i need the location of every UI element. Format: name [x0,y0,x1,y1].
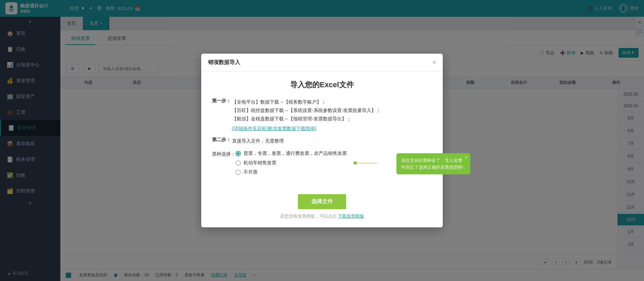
modal-import-title: 导入您的Excel文件 [212,80,432,90]
step1-line1: 【全电平台】数据下载→【税务数字账户】； [232,98,381,106]
ticket-label: 票种选择： [212,151,235,157]
step2-content: 直接导入文件，无需整理 [232,137,284,145]
ticket-label-no-invoice: 不开票 [244,169,258,175]
template-row: 若您没有发票模版，可以点击 下载发票模版 [280,213,364,219]
step2-label: 第二步： [212,137,232,143]
ticket-label-normal: 普票，专票，卷票，通行费发票，农产品销售发票 [244,151,347,157]
ticket-option-no-invoice[interactable]: 不开票 [235,169,347,175]
ticket-option-motor-row: 机动车销售发票 × 现在支持的票种多了，导入发票时别忘了选择正确的发票类型呀! [235,160,347,166]
tooltip-dot [354,161,357,165]
ticket-select-row: 票种选择： 普票，专票，卷票，通行费发票，农产品销售发票 机动车销售发票 [212,151,432,175]
radio-no-invoice[interactable] [235,170,241,175]
step1-label: 第一步： [212,98,232,104]
modal-footer: 选择文件 若您没有发票模版，可以点击 下载发票模版 [201,189,443,227]
step1-line2: 【百旺】税控盘数据下载→【系统设置-系统参数设置-发票批量导入】； [232,106,381,115]
tooltip-close-btn[interactable]: × [465,155,468,160]
step1-content: 【全电平台】数据下载→【税务数字账户】； 【百旺】税控盘数据下载→【系统设置-系… [232,98,381,133]
ticket-options: 普票，专票，卷票，通行费发票，农产品销售发票 机动车销售发票 [235,151,347,175]
step1-link-row: (详细操作见百旺/航信发票数据下载指南) [232,124,381,133]
select-file-btn[interactable]: 选择文件 [298,194,346,209]
modal-body: 导入您的Excel文件 第一步： 【全电平台】数据下载→【税务数字账户】； 【百… [201,72,443,189]
modal-overlay: 销项数据导入 × 导入您的Excel文件 第一步： 【全电平台】数据下载→【税务… [0,0,644,281]
ticket-option-normal[interactable]: 普票，专票，卷票，通行费发票，农产品销售发票 [235,151,347,157]
download-template-link[interactable]: 下载发票模版 [338,214,364,219]
modal-header: 销项数据导入 × [201,54,443,72]
radio-motor[interactable] [235,160,241,166]
tooltip-balloon: × 现在支持的票种多了，导入发票时别忘了选择正确的发票类型呀! [396,153,470,174]
modal-close-btn[interactable]: × [432,59,436,66]
tooltip-line [357,163,377,163]
step1-line3: 【航信】金税盘数据下载→【报税管理-发票数据导出】； [232,115,381,123]
radio-normal[interactable] [235,151,241,156]
step1-guide-link[interactable]: (详细操作见百旺/航信发票数据下载指南) [232,126,316,131]
ticket-option-motor[interactable]: 机动车销售发票 [235,160,276,166]
step2-row: 第二步： 直接导入文件，无需整理 [212,137,432,145]
tooltip-text: 现在支持的票种多了，导入发票时别忘了选择正确的发票类型呀! [401,158,464,170]
step1-row: 第一步： 【全电平台】数据下载→【税务数字账户】； 【百旺】税控盘数据下载→【系… [212,98,432,133]
modal-dialog: 销项数据导入 × 导入您的Excel文件 第一步： 【全电平台】数据下载→【税务… [201,54,443,228]
modal-title: 销项数据导入 [208,59,240,66]
ticket-label-motor: 机动车销售发票 [244,160,276,166]
